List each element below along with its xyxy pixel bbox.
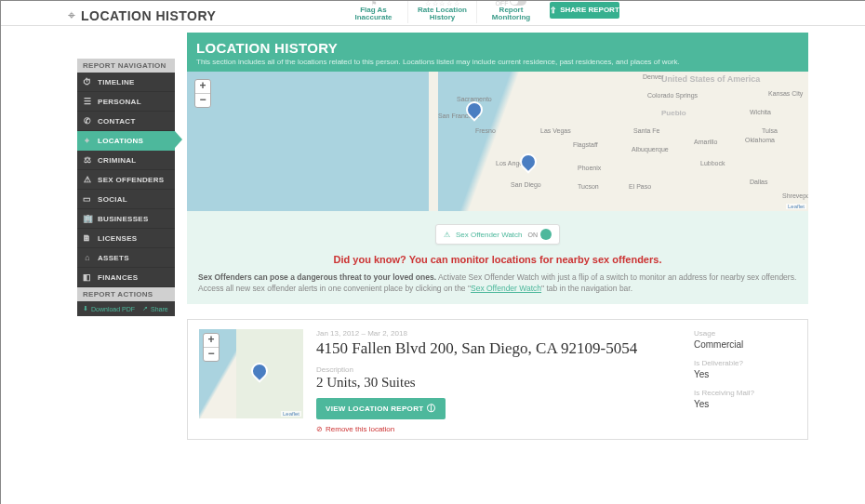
nav-icon: ◧ [83,272,92,282]
nav-icon: 🏢 [83,214,92,223]
view-location-report-button[interactable]: VIEW LOCATION REPORT ⓘ [316,398,446,419]
map-attribution: Leaflet [786,204,806,209]
mini-map-marker[interactable] [247,359,271,382]
watch-state: ON [528,232,539,238]
remove-label: Remove this location [326,425,394,433]
zoom-in-button[interactable]: + [195,80,210,94]
sidebar-item-criminal[interactable]: ⚖CRIMINAL [77,151,175,170]
rate-history[interactable]: ☆ ☆ ☆ ☆ ☆ Rate Location History [408,1,477,23]
watch-body-2: " tab in the navigation bar. [541,284,632,293]
map-zoom: + − [194,79,211,108]
map-city: Oklahoma [745,137,775,143]
location-mini-map[interactable]: + − Leaflet [199,329,303,418]
sidebar-item-contact[interactable]: ✆CONTACT [77,112,175,131]
download-pdf[interactable]: ⬇Download PDF [83,305,135,312]
nav-icon: ☰ [83,97,92,106]
map-city: Tulsa [762,127,778,134]
overview-map[interactable]: United States of America + − Sacramento … [187,72,808,211]
watch-toggle[interactable]: ⚠ Sex Offender Watch ON [435,224,560,245]
switch-knob-icon [540,229,552,240]
monitor-label: Report Monitoring [481,7,541,23]
sidebar-item-locations[interactable]: ⌖LOCATIONS [77,131,175,151]
watch-switch[interactable]: ON [528,229,552,240]
sidebar-item-sex-offenders[interactable]: ⚠SEX OFFENDERS [77,170,175,190]
map-city: Colorado Springs [647,92,698,99]
share-small-icon: ↗ [142,305,148,312]
share-report-button[interactable]: ⇪ SHARE REPORT [550,2,619,19]
watch-pill-label: Sex Offender Watch [456,231,523,239]
shield-small-icon: ⚠ [444,231,450,239]
top-bar: ⌖ LOCATION HISTORY ⚑ Flag As Inaccurate … [1,1,865,26]
sidebar-item-assets[interactable]: ⌂ASSETS [77,248,175,268]
remove-icon: ⊘ [316,425,323,433]
page-title-area: ⌖ LOCATION HISTORY [68,7,216,23]
nav-label: CONTACT [98,117,136,126]
nav-icon: ⚠ [83,175,92,184]
map-usa-label: United States of America [661,75,760,85]
map-city: Kansas City [768,90,803,97]
map-city: Tucson [578,183,599,190]
mini-zoom-out[interactable]: − [204,348,219,361]
page-title: LOCATION HISTORY [81,8,216,23]
toggle-icon [510,0,526,6]
map-city: Flagstaff [573,141,598,148]
receiving-label: Is Receiving Mail? [694,389,796,397]
watch-nav-link[interactable]: Sex Offender Watch [471,284,541,293]
zoom-out-button[interactable]: − [195,94,210,107]
sidebar-item-finances[interactable]: ◧FINANCES [77,268,175,287]
nav-label: TIMELINE [98,78,135,86]
map-city: Shreveport [782,192,808,199]
nav-icon: ⏱ [83,77,92,86]
map-city: El Paso [629,183,651,190]
sidebar-item-timeline[interactable]: ⏱TIMELINE [77,73,175,92]
map-city: Wichita [750,109,771,115]
watch-body: Sex Offenders can pose a dangerous threa… [198,272,797,295]
flag-inaccurate[interactable]: ⚑ Flag As Inaccurate [339,1,408,23]
nav-label: LICENSES [98,234,137,243]
nav-icon: ⌖ [83,136,92,146]
sidebar-item-businesses[interactable]: 🏢BUSINESSES [77,209,175,229]
share-icon: ⇪ [550,2,557,19]
nav-label: SOCIAL [98,195,127,204]
mini-map-attribution: Leaflet [281,411,301,417]
location-card: + − Leaflet Jan 13, 2012 – Mar 2, 2018 4… [187,319,808,440]
mini-zoom-in[interactable]: + [204,334,219,348]
location-date-range: Jan 13, 2012 – Mar 2, 2018 [316,329,681,338]
view-btn-label: VIEW LOCATION REPORT [326,405,423,413]
nav-icon: 🗎 [83,233,92,243]
sidebar-item-social[interactable]: ▭SOCIAL [77,190,175,209]
section-subtitle: This section includes all of the locatio… [196,58,799,66]
sidebar-item-licenses[interactable]: 🗎LICENSES [77,229,175,248]
sex-offender-watch-panel: ⚠ Sex Offender Watch ON Did you know? Yo… [187,211,808,304]
map-city: Phoenix [578,165,601,171]
info-circle-icon: ⓘ [427,403,435,415]
deliverable-label: Is Deliverable? [694,359,796,367]
nav-header: REPORT NAVIGATION [77,59,175,73]
download-icon: ⬇ [83,305,88,312]
report-actions: ⬇Download PDF ↗Share [77,301,175,316]
sidebar-item-personal[interactable]: ☰PERSONAL [77,92,175,112]
sidebar: REPORT NAVIGATION ⏱TIMELINE☰PERSONAL✆CON… [77,59,175,316]
receiving-value: Yes [694,399,796,409]
report-actions-header: REPORT ACTIONS [77,287,175,301]
map-city: Denver [643,73,664,80]
location-meta: Usage Commercial Is Deliverable? Yes Is … [694,329,796,433]
flag-label: Flag As Inaccurate [343,7,404,23]
map-city: San Diego [511,181,541,188]
remove-location-link[interactable]: ⊘ Remove this location [316,425,681,433]
map-city: Amarillo [694,139,717,145]
report-monitoring[interactable]: OFF Report Monitoring [477,1,545,23]
watch-headline: Did you know? You can monitor locations … [198,254,797,265]
share-action[interactable]: ↗Share [142,305,168,312]
nav-icon: ⚖ [83,155,92,165]
description-label: Description [316,365,681,374]
map-city: Lubbock [700,160,725,166]
nav-label: PERSONAL [98,98,141,106]
rate-label: Rate Location History [412,7,472,23]
section-title: LOCATION HISTORY [196,40,799,56]
usage-label: Usage [694,329,796,338]
nav-icon: ✆ [83,116,92,126]
nav-icon: ⌂ [83,253,92,262]
map-city: Las Vegas [540,127,571,134]
map-city: Albuquerque [632,146,669,153]
